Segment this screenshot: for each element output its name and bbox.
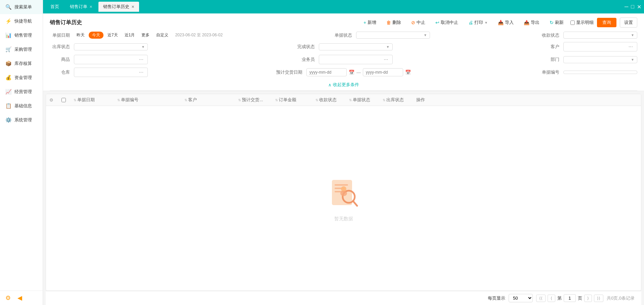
page-input[interactable] (564, 294, 576, 302)
doc-no-select[interactable] (563, 71, 637, 74)
first-page-button[interactable]: ⟨⟨ (536, 295, 546, 302)
tab-sales-order[interactable]: 销售订单 ✕ (65, 2, 97, 12)
tab-home[interactable]: 首页 (46, 2, 64, 12)
warehouse-dots-icon[interactable]: ··· (138, 69, 145, 75)
next-page-button[interactable]: ⟩ (584, 295, 592, 302)
select-all-checkbox[interactable] (61, 98, 66, 102)
cal-start-icon[interactable]: 📅 (349, 70, 354, 75)
sort-icon[interactable]: ⇅ (184, 98, 187, 102)
th-delivery-label: 预计交货... (242, 97, 263, 103)
topbar-window-controls: ─ □ ✕ (625, 4, 641, 10)
basic-icon: 📋 (5, 103, 12, 109)
sort-icon[interactable]: ⇅ (238, 98, 241, 102)
dept-select[interactable]: ▼ (563, 56, 637, 63)
page-title-row: 销售订单历史 + 新增 🗑 删除 ⊘ 中止 ↩ (50, 17, 637, 28)
delivery-date-start[interactable] (306, 68, 347, 76)
empty-illustration (325, 175, 362, 212)
sidebar-item-quicknav[interactable]: ⚡ 快捷导航 (0, 14, 43, 28)
per-page-select[interactable]: 50 100 200 (509, 294, 533, 302)
date-yesterday[interactable]: 昨天 (74, 32, 87, 39)
th-pay-status: ⇅ 收款状态 (315, 97, 349, 103)
sidebar-item-label: 采购管理 (14, 46, 32, 52)
inventory-icon: 📦 (5, 61, 12, 67)
close-window-icon[interactable]: ✕ (637, 4, 641, 10)
add-button[interactable]: + 新增 (360, 18, 380, 27)
sidebar-settings-icon[interactable]: ⚙ (5, 294, 11, 302)
product-dots-icon[interactable]: ··· (138, 56, 145, 63)
sidebar-item-search[interactable]: 🔍 搜索菜单 (0, 0, 43, 14)
tab-sales-history-close[interactable]: ✕ (131, 5, 134, 9)
delivery-date-end[interactable] (363, 68, 403, 76)
date-custom[interactable]: 自定义 (154, 32, 171, 39)
th-pay-status-label: 收款状态 (319, 97, 337, 103)
settings-gear-icon[interactable]: ⚙ (49, 98, 53, 103)
date-today[interactable]: 今天 (89, 32, 103, 39)
refresh-button[interactable]: ↻ 刷新 (546, 18, 567, 27)
export-button[interactable]: 📤 导出 (520, 18, 543, 27)
stock-out-select[interactable]: ▼ (74, 43, 148, 50)
doc-status-select[interactable]: ▼ (356, 32, 430, 39)
minimize-icon[interactable]: ─ (625, 4, 628, 10)
sidebar-item-sales[interactable]: 📊 销售管理 (0, 28, 43, 42)
pay-status-select[interactable]: ▼ (563, 32, 637, 39)
display-detail-checkbox[interactable]: 显示明细 (570, 20, 594, 26)
salesperson-select[interactable]: ··· (319, 55, 393, 64)
sidebar-collapse-icon[interactable]: ◀ (17, 294, 22, 302)
complete-status-select[interactable]: ▼ (319, 43, 393, 50)
product-label: 商品 (50, 56, 70, 63)
prev-page-button[interactable]: ⟨ (548, 295, 555, 302)
salesperson-dots-icon[interactable]: ··· (382, 56, 389, 63)
maximize-icon[interactable]: □ (631, 4, 634, 10)
th-doc-date-label: 单据日期 (77, 97, 95, 103)
stop-icon: ⊘ (411, 20, 415, 25)
stop-label: 中止 (417, 20, 425, 26)
sort-icon[interactable]: ⇅ (275, 98, 278, 102)
salesperson-label: 业务员 (295, 56, 315, 63)
import-button[interactable]: 📥 导入 (495, 18, 517, 27)
sort-icon[interactable]: ⇅ (315, 98, 318, 102)
table-header: ⚙ ⇅ 单据日期 ⇅ 单据编号 ⇅ 客户 ⇅ (46, 94, 641, 106)
table-area: ⚙ ⇅ 单据日期 ⇅ 单据编号 ⇅ 客户 ⇅ (46, 94, 641, 291)
sort-icon[interactable]: ⇅ (117, 98, 120, 102)
print-button[interactable]: 🖨 打印 ▼ (465, 18, 491, 27)
sidebar-item-basic[interactable]: 📋 基础信息 (0, 99, 43, 113)
tab-sales-order-close[interactable]: ✕ (89, 5, 92, 9)
th-settings[interactable]: ⚙ (49, 98, 61, 103)
date-more[interactable]: 更多 (139, 32, 152, 39)
query-button[interactable]: 查询 (597, 18, 616, 27)
product-select[interactable]: ··· (74, 55, 148, 64)
cal-end-icon[interactable]: 📅 (405, 70, 411, 75)
cancel-stop-button[interactable]: ↩ 取消中止 (432, 18, 462, 27)
topbar: 首页 销售订单 ✕ 销售订单历史 ✕ ─ □ ✕ (43, 0, 644, 13)
delete-button[interactable]: 🗑 删除 (383, 18, 404, 27)
export-label: 导出 (531, 20, 540, 26)
sidebar-item-purchase[interactable]: 🛒 采购管理 (0, 42, 43, 56)
print-label: 打印 (474, 20, 483, 26)
tab-sales-history-label: 销售订单历史 (103, 4, 129, 10)
sidebar-item-fund[interactable]: 💰 资金管理 (0, 71, 43, 85)
customer-select[interactable]: ··· (563, 42, 637, 51)
cancel-stop-label: 取消中止 (441, 20, 458, 26)
settings-button[interactable]: 设置 (620, 17, 637, 28)
sort-icon[interactable]: ⇅ (349, 98, 352, 102)
th-order-amount: ⇅ 订单金额 (275, 97, 315, 103)
warehouse-select[interactable]: ··· (74, 68, 148, 77)
th-checkbox[interactable] (61, 98, 74, 102)
sidebar-item-inventory[interactable]: 📦 库存核算 (0, 56, 43, 71)
last-page-button[interactable]: ⟩⟩ (594, 295, 603, 302)
display-detail-input[interactable] (570, 21, 575, 25)
sort-icon[interactable]: ⇅ (383, 98, 385, 102)
sidebar-item-label: 资金管理 (14, 75, 32, 81)
svg-line-5 (353, 201, 357, 206)
date-1month[interactable]: 近1月 (122, 32, 138, 39)
stop-button[interactable]: ⊘ 中止 (408, 18, 429, 27)
customer-dots-icon[interactable]: ··· (627, 44, 634, 50)
date-7days[interactable]: 近7天 (105, 32, 121, 39)
collapse-row[interactable]: ∧ 收起更多条件 (50, 80, 637, 89)
sidebar-item-system[interactable]: ⚙️ 系统管理 (0, 113, 43, 127)
purchase-icon: 🛒 (5, 46, 12, 52)
th-doc-status-label: 单据状态 (353, 97, 370, 103)
sidebar-item-ops[interactable]: 📈 经营管理 (0, 85, 43, 99)
tab-sales-history[interactable]: 销售订单历史 ✕ (98, 2, 139, 12)
sort-icon[interactable]: ⇅ (74, 98, 76, 102)
